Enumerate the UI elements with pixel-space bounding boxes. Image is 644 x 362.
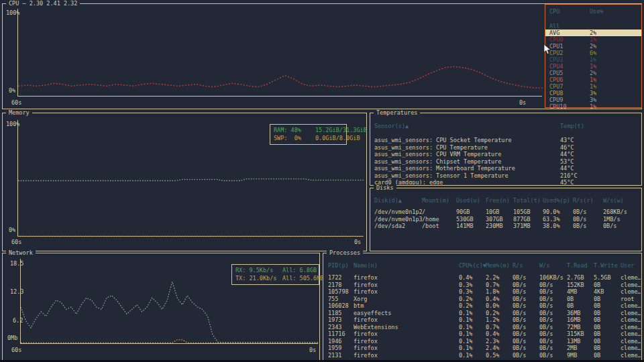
memory-panel[interactable]: Memory 100% 0% 60s 0s RAM: 48% 15.2GiB/3… — [2, 113, 367, 251]
table-row[interactable]: 1959firefox0.1%2.4%0B/s0B/s2MB0Bcleme… — [324, 345, 641, 352]
table-row[interactable]: asus_wmi_sensors: Tsensor 1 Temperature2… — [371, 172, 641, 180]
table-cell: 0B/s — [539, 316, 567, 324]
table-cell: asus_wmi_sensors: Motherboard Temperatur… — [374, 165, 560, 172]
cpu-name: CPU5 — [549, 70, 590, 76]
table-cell: firefox — [354, 338, 459, 345]
table-cell: 0B — [594, 296, 621, 303]
table-row[interactable]: 106028btm0.2%0.0%0B/s0B/s0B0Bcleme… — [324, 302, 641, 310]
cpu-legend-row[interactable]: CPU93% — [545, 97, 641, 103]
temperatures-panel[interactable]: Temperatures Sensor(s)▲Temp(t) asus_wmi_… — [370, 113, 642, 186]
table-row[interactable]: 1722firefox0.4%2.2%0B/s106KB/s2.7GB5.5GB… — [324, 274, 641, 282]
table-cell: 63.3% — [543, 216, 573, 223]
cpu-panel[interactable]: CPU ─ 2.30 2.41 2.32 100% 0% 60s 0s CPU … — [2, 3, 642, 109]
disks-panel-title: Disks — [374, 184, 396, 192]
cpu-usage-value: 1% — [590, 83, 641, 90]
table-cell: 0B — [594, 345, 621, 352]
table-row[interactable]: asus_wmi_sensors: CPU VRM Temperature44°… — [371, 151, 641, 158]
cpu-legend-row[interactable]: CPU61% — [545, 76, 641, 83]
table-cell: 0B/s — [513, 282, 539, 289]
table-row[interactable]: /dev/nvme0n1p2/90GB10GB105GB90.0%0B/s268… — [371, 208, 641, 216]
table-row[interactable]: /dev/sda2/boot141MB230MB371MB38.0%0B/s0B… — [371, 223, 641, 230]
network-panel[interactable]: Network 18.5 12.3 6.2 0Mb 60s 0s RX: 9.5… — [2, 253, 320, 361]
table-row[interactable]: 1973firefox0.1%1.2%0B/s0B/s16MB0Bcleme… — [324, 316, 641, 324]
cpu-usage-value: 2% — [590, 70, 641, 76]
column-header: R/s — [513, 262, 539, 269]
table-cell: card0 (amdgpu): edge — [374, 179, 560, 184]
table-row[interactable]: asus_wmi_sensors: Chipset Temperature53°… — [371, 158, 641, 166]
network-legend-box: RX: 9.5Kb/s All: 6.8GB TX: 21.0Kb/s All:… — [231, 264, 319, 285]
table-cell: 13MB — [567, 338, 594, 345]
table-row[interactable]: 1185easyeffects0.1%0.2%0B/s0B/s36MB0Bcle… — [324, 310, 641, 317]
column-header: Temp(t) — [560, 123, 641, 130]
tx-row: TX: 21.0Kb/s All: 505.6MB — [235, 274, 315, 282]
table-cell: 2MB — [567, 345, 594, 352]
table-cell: asus_wmi_sensors: Chipset Temperature — [374, 158, 560, 166]
cpu-name: CPU7 — [549, 83, 590, 90]
cpu-legend-row[interactable]: CPU12% — [545, 43, 641, 50]
table-cell: 0.1% — [459, 310, 486, 317]
cpu-legend-row[interactable]: CPU01% — [545, 36, 641, 43]
table-cell: 216°C — [560, 172, 641, 180]
table-row[interactable]: card0 (amdgpu): edge45°C — [371, 179, 641, 184]
table-row[interactable]: asus_wmi_sensors: CPU Temperature46°C — [371, 144, 641, 152]
table-cell: 1.8% — [486, 288, 513, 296]
cpu-legend-header[interactable]: CPU Use% — [545, 8, 641, 15]
cpu-name: CPU1 — [549, 43, 590, 50]
table-header-row[interactable]: Disk(d)▲Mount(m)Used(u)Free(n)Total(t)Us… — [371, 197, 641, 204]
column-header: W/s — [539, 262, 567, 269]
network-y-tick-0: 0Mb — [7, 335, 17, 341]
column-header: Name(n) — [354, 262, 459, 269]
table-cell: 0B/s — [539, 338, 567, 345]
disks-panel[interactable]: Disks Disk(d)▲Mount(m)Used(u)Free(n)Tota… — [370, 188, 642, 251]
cpu-legend-row[interactable]: CPU41% — [545, 63, 641, 70]
processes-rows: 1722firefox0.4%2.2%0B/s106KB/s2.7GB5.5GB… — [324, 274, 641, 359]
table-cell: cleme… — [621, 316, 641, 324]
table-row[interactable]: 755Xorg0.2%0.4%0B/s0B/s0B0Broot — [324, 296, 641, 303]
table-cell: asus_wmi_sensors: Tsensor 1 Temperature — [374, 172, 560, 180]
table-header-row[interactable]: Sensor(s)▲Temp(t) — [371, 123, 641, 130]
table-row[interactable]: asus_wmi_sensors: Motherboard Temperatur… — [371, 165, 641, 172]
swap-usage-row: SWP: 0% 0.0GiB/8.0GiB — [274, 134, 343, 142]
ram-48--line — [18, 179, 364, 181]
table-cell: 0B — [594, 302, 621, 310]
cpu-legend-row[interactable]: CPU26% — [545, 50, 641, 56]
table-header-row[interactable]: PID(p)Name(n)CPU%(c)▼Mem%(m)R/sW/sT.Read… — [324, 262, 641, 269]
cpu-legend-row[interactable]: CPU101% — [545, 103, 641, 110]
table-cell: 0B/s — [513, 310, 539, 317]
cpu-chart[interactable] — [17, 9, 542, 97]
column-header: User — [621, 262, 641, 269]
cpu-legend-row[interactable]: CPU31% — [545, 56, 641, 63]
cpu-usage-legend[interactable]: CPU Use% AllAVG2%CPU01%CPU12%CPU26%CPU31… — [545, 4, 642, 108]
table-cell: 0B/s — [603, 223, 641, 230]
table-row[interactable]: 105798firefox0.3%1.8%0B/s0B/s4MB4KBcleme… — [324, 288, 641, 296]
table-cell: 0.5% — [486, 352, 513, 359]
cpu-legend-row[interactable]: CPU83% — [545, 90, 641, 97]
table-row[interactable]: /dev/nvme0n1p3/home530GB307GB877GB63.3%0… — [371, 216, 641, 223]
temperatures-header: Sensor(s)▲Temp(t) — [371, 123, 641, 130]
ram-label: RAM: 48% — [274, 126, 315, 134]
cpu-legend-row[interactable]: All — [545, 23, 641, 29]
table-cell: /boot — [422, 223, 456, 230]
table-row[interactable]: 2343WebExtensions0.1%0.7%0B/s0B/s72MB0Bc… — [324, 324, 641, 331]
table-cell: 0B/s — [513, 316, 539, 324]
cpu-legend-row[interactable]: AVG2% — [545, 29, 641, 36]
table-cell: 0B/s — [513, 302, 539, 310]
cpu-legend-row[interactable]: CPU52% — [545, 70, 641, 76]
cpu-legend-row[interactable]: CPU71% — [545, 83, 641, 90]
table-row[interactable]: 1946firefox0.1%2.3%0B/s0B/s13MB0Bcleme… — [324, 338, 641, 345]
cpu-usage-value: 1% — [590, 36, 641, 43]
table-cell: 0B — [594, 316, 621, 324]
processes-panel[interactable]: Processes PID(p)Name(n)CPU%(c)▼Mem%(m)R/… — [323, 253, 642, 361]
table-row[interactable]: 11716firefox0.1%0.4%0B/s0B/s315KB0Bcleme… — [324, 330, 641, 338]
table-cell: 0B — [594, 352, 621, 359]
table-row[interactable]: 2131firefox0.1%0.5%0B/s0B/s9MB0Bcleme… — [324, 352, 641, 359]
table-cell: cleme… — [621, 302, 641, 310]
table-row[interactable]: asus_wmi_sensors: CPU Socket Temperature… — [371, 137, 641, 144]
cpu-usage-value: 1% — [590, 56, 641, 63]
table-row[interactable]: 2178firefox0.3%0.7%0B/s0B/s152KB0Bcleme… — [324, 282, 641, 289]
column-header: Mount(m) — [422, 197, 456, 204]
column-header: Free(n) — [486, 197, 513, 204]
swap-value: 0.0GiB/8.0GiB — [315, 134, 360, 142]
table-cell: 0B/s — [513, 345, 539, 352]
table-cell: 2.3% — [486, 338, 513, 345]
